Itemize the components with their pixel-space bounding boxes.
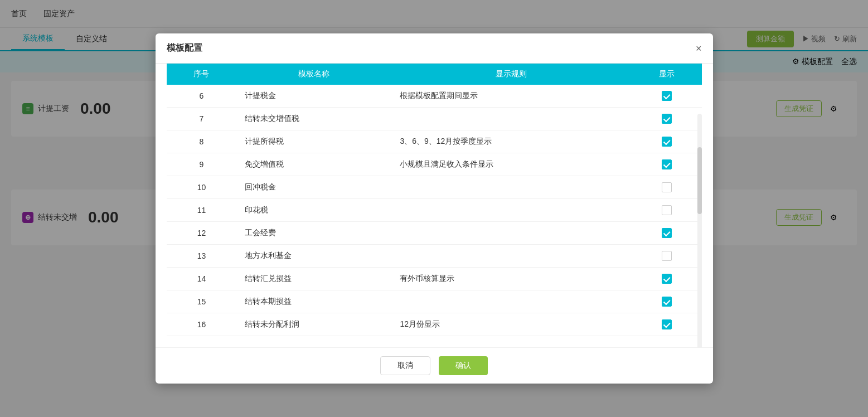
checkbox-checked[interactable] bbox=[662, 319, 672, 329]
cell-index: 6 bbox=[167, 85, 237, 108]
checkbox-checked[interactable] bbox=[662, 91, 672, 101]
cell-rule bbox=[391, 290, 631, 313]
cell-checkbox bbox=[632, 268, 702, 290]
cell-name: 工会经费 bbox=[236, 222, 391, 245]
checkbox-wrapper bbox=[640, 251, 694, 261]
col-rule: 显示规则 bbox=[391, 64, 631, 85]
cell-name: 结转未交增值税 bbox=[236, 108, 391, 130]
cell-index: 16 bbox=[167, 313, 237, 336]
checkbox-unchecked[interactable] bbox=[662, 205, 672, 215]
checkbox-wrapper bbox=[640, 137, 694, 147]
dialog-header: 模板配置 × bbox=[156, 33, 713, 64]
cell-index: 7 bbox=[167, 108, 237, 130]
dialog-footer: 取消 确认 bbox=[156, 347, 713, 384]
cancel-button[interactable]: 取消 bbox=[380, 356, 430, 375]
checkbox-wrapper bbox=[640, 91, 694, 101]
cell-checkbox bbox=[632, 108, 702, 130]
table-row: 15结转本期损益 bbox=[167, 290, 702, 313]
checkbox-wrapper bbox=[640, 159, 694, 169]
cell-index: 8 bbox=[167, 130, 237, 153]
checkbox-checked[interactable] bbox=[662, 137, 672, 147]
table-row: 13地方水利基金 bbox=[167, 245, 702, 268]
checkbox-wrapper bbox=[640, 297, 694, 307]
cell-index: 15 bbox=[167, 290, 237, 313]
cell-rule bbox=[391, 245, 631, 268]
table-row: 8计提所得税3、6、9、12月按季度显示 bbox=[167, 130, 702, 153]
cell-index: 11 bbox=[167, 199, 237, 222]
config-table: 序号 模板名称 显示规则 显示 6计提税金根据模板配置期间显示7结转未交增值税8… bbox=[167, 64, 702, 336]
checkbox-checked[interactable] bbox=[662, 114, 672, 124]
checkbox-wrapper bbox=[640, 274, 694, 284]
cell-checkbox bbox=[632, 153, 702, 176]
cell-checkbox bbox=[632, 199, 702, 222]
cell-rule: 小规模且满足收入条件显示 bbox=[391, 153, 631, 176]
table-row: 14结转汇兑损益有外币核算显示 bbox=[167, 268, 702, 290]
cell-name: 计提税金 bbox=[236, 85, 391, 108]
table-header: 序号 模板名称 显示规则 显示 bbox=[167, 64, 702, 85]
cell-checkbox bbox=[632, 222, 702, 245]
template-config-dialog: 模板配置 × 序号 模板名称 显示规则 显示 6计提税金根据模板配置期间显示7结… bbox=[156, 33, 713, 384]
cell-rule bbox=[391, 199, 631, 222]
cell-name: 印花税 bbox=[236, 199, 391, 222]
scrollbar-track bbox=[697, 114, 702, 347]
cell-rule: 根据模板配置期间显示 bbox=[391, 85, 631, 108]
checkbox-wrapper bbox=[640, 205, 694, 215]
cell-rule bbox=[391, 222, 631, 245]
cell-name: 回冲税金 bbox=[236, 176, 391, 199]
col-index: 序号 bbox=[167, 64, 237, 85]
table-row: 10回冲税金 bbox=[167, 176, 702, 199]
scrollbar-thumb[interactable] bbox=[697, 147, 702, 214]
cell-index: 14 bbox=[167, 268, 237, 290]
dialog-title: 模板配置 bbox=[167, 42, 202, 54]
cell-rule bbox=[391, 108, 631, 130]
checkbox-wrapper bbox=[640, 228, 694, 238]
table-row: 6计提税金根据模板配置期间显示 bbox=[167, 85, 702, 108]
cell-rule: 12月份显示 bbox=[391, 313, 631, 336]
table-row: 11印花税 bbox=[167, 199, 702, 222]
cell-checkbox bbox=[632, 313, 702, 336]
cell-index: 10 bbox=[167, 176, 237, 199]
checkbox-unchecked[interactable] bbox=[662, 251, 672, 261]
col-name: 模板名称 bbox=[236, 64, 391, 85]
cell-checkbox bbox=[632, 245, 702, 268]
cell-checkbox bbox=[632, 290, 702, 313]
checkbox-checked[interactable] bbox=[662, 274, 672, 284]
table-row: 7结转未交增值税 bbox=[167, 108, 702, 130]
cell-name: 结转汇兑损益 bbox=[236, 268, 391, 290]
checkbox-checked[interactable] bbox=[662, 159, 672, 169]
cell-name: 地方水利基金 bbox=[236, 245, 391, 268]
cell-checkbox bbox=[632, 130, 702, 153]
table-row: 12工会经费 bbox=[167, 222, 702, 245]
cell-checkbox bbox=[632, 85, 702, 108]
cell-index: 12 bbox=[167, 222, 237, 245]
cell-name: 免交增值税 bbox=[236, 153, 391, 176]
checkbox-wrapper bbox=[640, 114, 694, 124]
cell-name: 结转本期损益 bbox=[236, 290, 391, 313]
table-row: 16结转未分配利润12月份显示 bbox=[167, 313, 702, 336]
table-body: 6计提税金根据模板配置期间显示7结转未交增值税8计提所得税3、6、9、12月按季… bbox=[167, 85, 702, 336]
cell-index: 9 bbox=[167, 153, 237, 176]
cell-rule bbox=[391, 176, 631, 199]
col-show: 显示 bbox=[632, 64, 702, 85]
cell-checkbox bbox=[632, 176, 702, 199]
close-button[interactable]: × bbox=[696, 43, 702, 54]
checkbox-wrapper bbox=[640, 182, 694, 192]
cell-name: 结转未分配利润 bbox=[236, 313, 391, 336]
dialog-body: 序号 模板名称 显示规则 显示 6计提税金根据模板配置期间显示7结转未交增值税8… bbox=[156, 64, 713, 347]
checkbox-unchecked[interactable] bbox=[662, 182, 672, 192]
cell-rule: 有外币核算显示 bbox=[391, 268, 631, 290]
checkbox-wrapper bbox=[640, 319, 694, 329]
confirm-button[interactable]: 确认 bbox=[439, 356, 488, 375]
modal-overlay: 模板配置 × 序号 模板名称 显示规则 显示 6计提税金根据模板配置期间显示7结… bbox=[0, 0, 868, 417]
cell-index: 13 bbox=[167, 245, 237, 268]
table-row: 9免交增值税小规模且满足收入条件显示 bbox=[167, 153, 702, 176]
checkbox-checked[interactable] bbox=[662, 228, 672, 238]
checkbox-checked[interactable] bbox=[662, 297, 672, 307]
cell-name: 计提所得税 bbox=[236, 130, 391, 153]
cell-rule: 3、6、9、12月按季度显示 bbox=[391, 130, 631, 153]
